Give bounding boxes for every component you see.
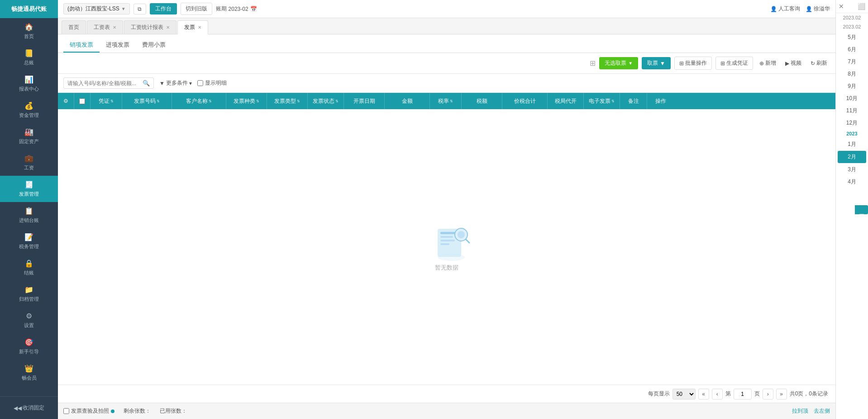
th-status[interactable]: 发票状态 ⇅ bbox=[308, 93, 344, 109]
refresh-button[interactable]: ↻ 刷新 bbox=[808, 57, 830, 69]
home-tab-label: 首页 bbox=[68, 24, 79, 31]
month-2023-3[interactable]: 3月 bbox=[836, 164, 868, 176]
sidebar-item-home[interactable]: 🏠 首页 bbox=[0, 18, 58, 44]
th-rate[interactable]: 税率 ⇅ bbox=[430, 93, 462, 109]
close-books-icon: 🔒 bbox=[24, 259, 33, 268]
sidebar-item-archive[interactable]: 📁 归档管理 bbox=[0, 281, 58, 307]
member-icon: 👑 bbox=[24, 364, 33, 373]
sidebar-item-reports[interactable]: 📊 报表中心 bbox=[0, 71, 58, 97]
th-customer[interactable]: 客户名称 ⇅ bbox=[172, 93, 226, 109]
category-sort-icon: ⇅ bbox=[297, 99, 300, 103]
subtab-purchase[interactable]: 进项发票 bbox=[100, 38, 136, 53]
th-code[interactable]: 税局代开 bbox=[548, 93, 584, 109]
month-2023-4[interactable]: 4月 bbox=[836, 176, 868, 188]
batch-ops-button[interactable]: ⊞ 批量操作 bbox=[674, 57, 712, 70]
invoice-check-label[interactable]: 发票查验及拍照 bbox=[63, 407, 114, 415]
prev-page-button[interactable]: ‹ bbox=[712, 389, 723, 400]
th-total[interactable]: 价税合计 bbox=[502, 93, 548, 109]
date-panel-expand-icon[interactable]: ⬜ bbox=[858, 3, 865, 10]
last-page-button[interactable]: » bbox=[776, 389, 787, 400]
th-checkbox[interactable] bbox=[74, 93, 91, 109]
subtab-expense[interactable]: 费用小票 bbox=[136, 38, 172, 53]
month-2023-2[interactable]: 2月 bbox=[838, 151, 866, 163]
salary-stats-close-icon[interactable]: ✕ bbox=[166, 25, 170, 30]
sidebar-item-close[interactable]: 🔒 结账 bbox=[0, 255, 58, 281]
month-11[interactable]: 11月 bbox=[836, 105, 868, 117]
th-settings[interactable]: ⚙ bbox=[58, 93, 74, 109]
sidebar-item-invoice[interactable]: 🧾 发票管理 bbox=[0, 176, 58, 202]
more-conditions-button[interactable]: ▼ 更多条件 ▾ bbox=[159, 79, 192, 87]
month-2023-1[interactable]: 1月 bbox=[836, 138, 868, 150]
page-number-input[interactable] bbox=[734, 389, 752, 400]
month-7[interactable]: 7月 bbox=[836, 56, 868, 68]
period-display: 账期 2023-02 📅 bbox=[216, 5, 257, 13]
tax-icon: 📝 bbox=[24, 233, 33, 241]
switch-version-button[interactable]: 切到旧版 bbox=[181, 3, 212, 15]
month-9[interactable]: 9月 bbox=[836, 80, 868, 92]
month-10[interactable]: 10月 bbox=[836, 92, 868, 105]
th-voucher[interactable]: 凭证 ⇅ bbox=[91, 93, 122, 109]
th-tax[interactable]: 税额 bbox=[462, 93, 502, 109]
sidebar-item-funds[interactable]: 💰 资金管理 bbox=[0, 97, 58, 123]
show-detail-checkbox[interactable] bbox=[197, 80, 203, 86]
th-type[interactable]: 发票种类 ⇅ bbox=[226, 93, 267, 109]
search-box[interactable]: 🔍 bbox=[63, 77, 154, 89]
open-date-panel-button[interactable]: 开票日期 bbox=[855, 205, 868, 214]
invoice-check-checkbox[interactable] bbox=[63, 408, 69, 414]
rate-col-label: 税率 bbox=[438, 97, 449, 105]
sidebar-item-member[interactable]: 👑 畅会员 bbox=[0, 360, 58, 386]
ai-service-button[interactable]: 👤 人工客询 bbox=[770, 5, 800, 13]
user-button[interactable]: 👤 徐溢华 bbox=[806, 5, 830, 13]
sidebar-item-sales-ledger[interactable]: 📋 进销台账 bbox=[0, 202, 58, 228]
sidebar-item-ledger[interactable]: 📒 总账 bbox=[0, 44, 58, 71]
take-label: 取票 bbox=[647, 59, 658, 67]
no-select-ticket-button[interactable]: 无选取票 ▼ bbox=[599, 57, 638, 69]
sidebar-item-tax[interactable]: 📝 税务管理 bbox=[0, 228, 58, 255]
date-panel-close-icon[interactable]: ✕ bbox=[839, 3, 844, 10]
month-5[interactable]: 5月 bbox=[836, 31, 868, 43]
salary-table-close-icon[interactable]: ✕ bbox=[113, 25, 116, 30]
sidebar-label-funds: 资金管理 bbox=[19, 112, 39, 119]
tab-salary-stats[interactable]: 工资统计报表 ✕ bbox=[124, 20, 176, 34]
workspace-button[interactable]: 工作台 bbox=[150, 3, 177, 14]
search-input[interactable] bbox=[67, 80, 141, 87]
tab-salary-table[interactable]: 工资表 ✕ bbox=[87, 20, 123, 34]
sidebar-item-assets[interactable]: 🏭 固定资产 bbox=[0, 123, 58, 149]
go-left-link[interactable]: 去左侧 bbox=[814, 407, 830, 415]
tab-invoice[interactable]: 发票 ✕ bbox=[177, 20, 208, 34]
th-remark[interactable]: 备注 bbox=[620, 93, 647, 109]
sidebar-collapse[interactable]: ◀◀ 收消固定 bbox=[0, 401, 58, 414]
copy-button[interactable]: ⧉ bbox=[134, 4, 146, 14]
first-page-button[interactable]: « bbox=[698, 389, 709, 400]
th-electronic[interactable]: 电子发票 ⇅ bbox=[584, 93, 620, 109]
scroll-top-link[interactable]: 拉到顶 bbox=[792, 407, 808, 415]
th-number[interactable]: 发票号码 ⇅ bbox=[122, 93, 172, 109]
invoice-close-icon[interactable]: ✕ bbox=[198, 25, 201, 30]
generate-voucher-button[interactable]: ⊞ 生成凭证 bbox=[715, 57, 753, 70]
tab-home[interactable]: 首页 bbox=[62, 20, 86, 34]
new-button[interactable]: ⊕ 新增 bbox=[757, 57, 779, 69]
show-detail-checkbox-label[interactable]: 显示明细 bbox=[197, 79, 227, 87]
month-12[interactable]: 12月 bbox=[836, 117, 868, 129]
sidebar-label-archive: 归档管理 bbox=[19, 296, 39, 303]
next-page-button[interactable]: › bbox=[763, 389, 773, 400]
page-size-select[interactable]: 50 100 200 bbox=[672, 389, 696, 400]
electronic-sort-icon: ⇅ bbox=[611, 99, 615, 103]
month-8[interactable]: 8月 bbox=[836, 68, 868, 80]
tax-col-label: 税额 bbox=[477, 97, 487, 105]
video-button[interactable]: ▶ 视频 bbox=[782, 57, 804, 69]
sidebar-item-guide[interactable]: 🎯 新手引导 bbox=[0, 333, 58, 360]
th-date[interactable]: 开票日期 bbox=[344, 93, 385, 109]
company-dropdown-icon: ▼ bbox=[121, 6, 126, 11]
sidebar-item-settings[interactable]: ⚙ 设置 bbox=[0, 307, 58, 333]
select-all-checkbox[interactable] bbox=[79, 98, 85, 104]
company-selector[interactable]: (勿动）江西股宝-LSS ▼ bbox=[63, 3, 130, 14]
month-6[interactable]: 6月 bbox=[836, 43, 868, 56]
th-action: 操作 bbox=[647, 93, 674, 109]
take-ticket-button[interactable]: 取票 ▼ bbox=[642, 57, 671, 69]
th-category[interactable]: 发票类型 ⇅ bbox=[267, 93, 308, 109]
sidebar-item-salary[interactable]: 💼 工资 bbox=[0, 149, 58, 176]
sidebar-label-home: 首页 bbox=[24, 33, 34, 40]
subtab-sales[interactable]: 销项发票 bbox=[63, 38, 100, 53]
th-amount[interactable]: 金额 bbox=[385, 93, 430, 109]
